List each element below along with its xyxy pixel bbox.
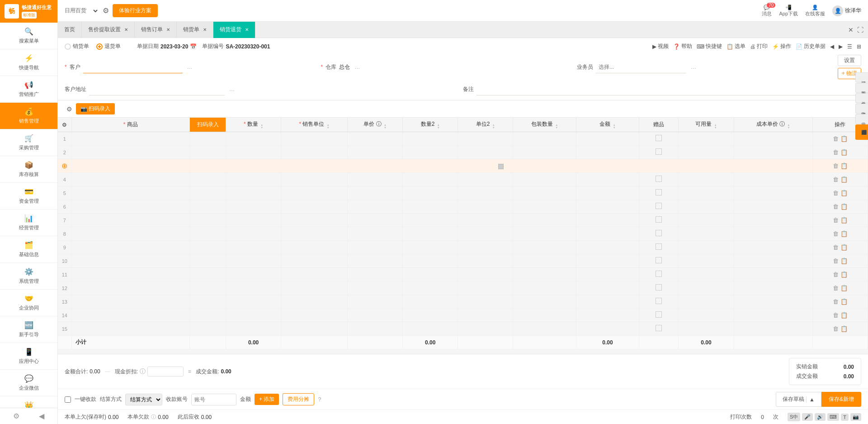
copy-10[interactable]: 📋 — [840, 257, 848, 264]
gift-checkbox-1[interactable] — [656, 135, 662, 141]
calendar-icon[interactable]: 📅 — [190, 43, 197, 50]
sidebar-item-search[interactable]: 🔍 搜索菜单 — [0, 23, 57, 49]
qty-cell-2[interactable] — [226, 146, 281, 159]
sidebar-item-inventory[interactable]: 📦 库存核算 — [0, 156, 57, 183]
del-10[interactable]: 🗑 — [833, 257, 839, 264]
sidebar-collapse-btn[interactable]: ◀ — [39, 412, 44, 420]
pkgqty-sort[interactable]: ▲▼ — [555, 124, 558, 129]
tab-maximize[interactable]: ⛶ — [856, 25, 864, 34]
discount-help-icon[interactable]: ⓘ — [140, 367, 146, 376]
gift-cb-11[interactable] — [656, 271, 662, 277]
radio-return[interactable]: 退货单 — [96, 43, 121, 50]
qty-sort[interactable]: ▲▼ — [260, 124, 263, 129]
ops-btn[interactable]: ⚡ 操作 — [772, 43, 791, 50]
add-product-input[interactable] — [71, 159, 190, 173]
add-payment-button[interactable]: + 添加 — [255, 394, 279, 405]
copy-8[interactable]: 📋 — [840, 230, 848, 237]
qty2-sort[interactable]: ▲▼ — [437, 124, 440, 129]
del-4[interactable]: 🗑 — [833, 176, 839, 183]
history-btn[interactable]: 📄 历史单据 — [796, 43, 826, 50]
app-download-button[interactable]: 📲 App下载 — [779, 5, 798, 17]
ime-btn[interactable]: S中 — [788, 413, 800, 421]
add-row-icon[interactable]: ⊕ — [58, 159, 71, 173]
unit-cell-2[interactable] — [281, 146, 348, 159]
unit-cell-1[interactable] — [281, 132, 348, 146]
sidebar-item-apps[interactable]: 📱 应用中心 — [0, 343, 57, 370]
product-cell-5[interactable] — [71, 186, 190, 200]
account-input[interactable] — [191, 394, 236, 405]
warehouse-more[interactable]: … — [354, 64, 360, 70]
gift-cell-2[interactable] — [639, 146, 679, 159]
online-service-button[interactable]: 👤 在线客服 — [805, 5, 825, 17]
amount-cell-2[interactable] — [576, 146, 639, 159]
toolbar-settings-icon[interactable]: ⚙ — [65, 105, 74, 114]
del-5[interactable]: 🗑 — [833, 190, 839, 196]
card-view-btn[interactable]: ⊞ — [857, 43, 861, 50]
product-cell-1[interactable] — [71, 132, 190, 146]
product-cell-12[interactable] — [71, 281, 190, 295]
help-btn[interactable]: ❓ 帮助 — [673, 43, 692, 50]
copy-4[interactable]: 📋 — [840, 176, 848, 183]
del-11[interactable]: 🗑 — [833, 271, 839, 278]
tab-home[interactable]: 首页 — [58, 22, 82, 38]
pkgqty-cell-2[interactable] — [513, 146, 576, 159]
expense-button[interactable]: 费用分摊 — [283, 393, 314, 405]
tab-sales-return-close[interactable]: ✕ — [245, 27, 249, 32]
price-cell-1[interactable] — [348, 132, 403, 146]
copy-row-2[interactable]: 📋 — [840, 149, 848, 156]
copy-9[interactable]: 📋 — [840, 244, 848, 251]
gift-cb-8[interactable] — [656, 230, 662, 236]
message-button[interactable]: 💬 消息 70 — [762, 5, 772, 17]
breadcrumb-select[interactable] — [90, 7, 99, 14]
log-float-btn[interactable]: 日志 — [855, 114, 868, 124]
del-8[interactable]: 🗑 — [833, 230, 839, 237]
product-cell-10[interactable] — [71, 254, 190, 268]
gift-cb-4[interactable] — [656, 176, 662, 182]
gift-checkbox-2[interactable] — [656, 148, 662, 155]
tab-sales-order[interactable]: 销售订单 ✕ — [135, 22, 177, 38]
select-btn[interactable]: 📋 选单 — [726, 43, 745, 50]
price-sort[interactable]: ▲▼ — [384, 124, 387, 129]
product-cell-8[interactable] — [71, 227, 190, 241]
save-draft-arrow[interactable]: ▲ — [806, 396, 815, 403]
del-15[interactable]: 🗑 — [833, 325, 839, 332]
kb-btn[interactable]: ⌨ — [827, 413, 839, 421]
sidebar-item-newbie[interactable]: 🆕 新手引导 — [0, 316, 57, 343]
del-9[interactable]: 🗑 — [833, 244, 839, 251]
del-13[interactable]: 🗑 — [833, 298, 839, 305]
copy-13[interactable]: 📋 — [840, 298, 848, 305]
save-draft-button[interactable]: 保存草稿 ▲ — [776, 392, 821, 407]
discount-input[interactable] — [147, 367, 184, 376]
translate-btn[interactable]: T — [841, 414, 849, 421]
unit2-cell-2[interactable] — [458, 146, 513, 159]
address-input[interactable] — [89, 83, 225, 95]
gift-cb-10[interactable] — [656, 257, 662, 263]
copy-11[interactable]: 📋 — [840, 271, 848, 278]
copy-12[interactable]: 📋 — [840, 285, 848, 291]
delete-add-row[interactable]: 🗑 — [833, 162, 839, 169]
sidebar-item-finance[interactable]: 💳 资金管理 — [0, 183, 57, 210]
voice-btn[interactable]: 🔊 — [815, 413, 826, 421]
gift-cb-9[interactable] — [656, 243, 662, 250]
orange-float-btn[interactable]: ⬛ — [855, 124, 868, 140]
product-cell-14[interactable] — [71, 309, 190, 322]
files-float-btn[interactable]: 文件 — [855, 93, 868, 103]
pkgqty-cell-1[interactable] — [513, 132, 576, 146]
sidebar-item-operations[interactable]: 📊 经营管理 — [0, 210, 57, 236]
copy-15[interactable]: 📋 — [840, 325, 848, 332]
tab-sales-slip[interactable]: 销货单 ✕ — [177, 22, 213, 38]
del-12[interactable]: 🗑 — [833, 285, 839, 291]
unit2-cell-1[interactable] — [458, 132, 513, 146]
amount-cell-1[interactable] — [576, 132, 639, 146]
product-cell-9[interactable] — [71, 241, 190, 254]
sidebar-item-purchase[interactable]: 🛒 采购管理 — [0, 129, 57, 156]
list-view-btn[interactable]: ☰ — [847, 43, 852, 50]
unit2-sort[interactable]: ▲▼ — [492, 124, 495, 129]
qty-cell-1[interactable] — [226, 132, 281, 146]
method-select[interactable]: 结算方式 — [125, 394, 162, 405]
new-product-input[interactable] — [104, 163, 158, 169]
sidebar-item-wechat[interactable]: 💬 企业微信 — [0, 370, 57, 396]
copy-14[interactable]: 📋 — [840, 312, 848, 319]
tab-close-all[interactable]: ✕ — [847, 25, 854, 34]
product-cell-11[interactable] — [71, 268, 190, 281]
